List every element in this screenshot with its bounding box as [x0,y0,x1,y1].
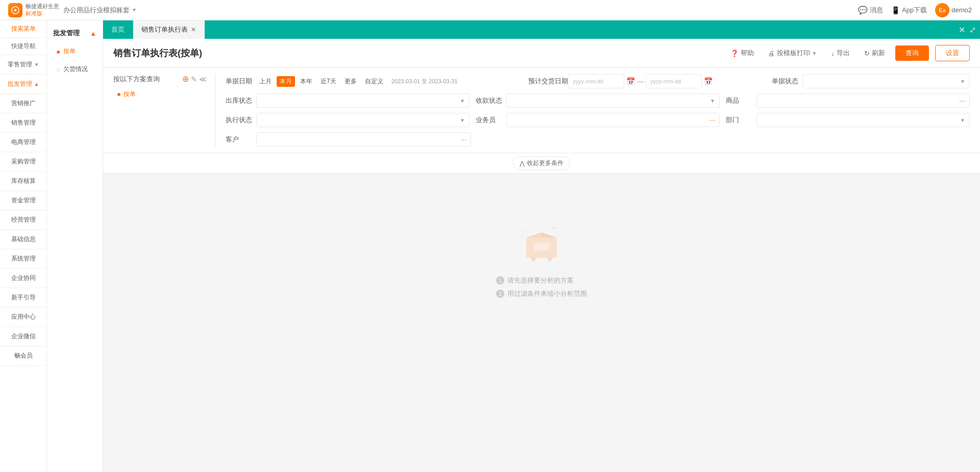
empty-tip-2: 2 用过滤条件来缩小分析范围 [496,289,587,298]
collect-label: 收款状态 [476,96,506,105]
customer-label: 客户 [226,135,256,144]
message-button[interactable]: 💬 消息 [858,6,883,15]
add-scheme-icon[interactable]: ⊕ [182,74,189,84]
expected-date-start[interactable]: yyyy-mm-dd [568,74,624,88]
export-button[interactable]: ↓ 导出 [827,46,854,60]
date-tag-thisyear[interactable]: 本年 [297,76,315,87]
sidebar-item-guide[interactable]: 新手引导 [0,288,46,308]
date-label: 单据日期 [226,77,256,86]
sidebar-item-wechat[interactable]: 企业微信 [0,327,46,346]
sidebar-label-system: 系统管理 [11,254,36,263]
outbound-select[interactable]: ▼ [256,93,470,108]
tab-close-all-icon[interactable]: ✕ [959,25,965,35]
quick-nav-item[interactable]: 快捷导航 [0,38,46,55]
sidebar-label-inventory: 库存核算 [11,177,36,185]
user-profile[interactable]: Ea demo2 [935,3,972,17]
header-right: 💬 消息 📱 App下载 Ea demo2 [858,3,972,17]
sub-sidebar-item-shortage[interactable]: ○ 欠货情况 [50,61,100,78]
message-icon: 💬 [858,6,868,15]
date-tag-7days[interactable]: 近7天 [317,76,339,87]
help-button[interactable]: ❓ 帮助 [726,46,758,60]
sidebar-item-apps[interactable]: 应用中心 [0,308,46,327]
filter-row-4: 客户 ··· [226,132,970,147]
sidebar-item-inventory[interactable]: 库存核算 [0,172,46,191]
main-layout: 搜索菜单 快捷导航 零售管理 ▼ 批发管理 ▲ 营销推广 销售管理 电商管理 采… [0,20,980,472]
dept-select[interactable]: ▼ [756,113,970,127]
sidebar-item-collab[interactable]: 企业协同 [0,269,46,288]
sidebar-item-wholesale[interactable]: 批发管理 ▲ [0,75,46,94]
customer-dots-icon[interactable]: ··· [460,135,467,144]
filter-group-expected-date: 预计交货日期 yyyy-mm-dd 📅 — yyyy-mm-dd [528,74,766,88]
collapse-icon[interactable]: ▲ [90,30,96,37]
date-tag-lastmonth[interactable]: 上月 [256,76,275,87]
goods-dots-icon[interactable]: ··· [959,97,965,105]
sidebar-label-guide: 新手引导 [11,293,36,302]
salesperson-dots-icon[interactable]: ··· [709,116,715,124]
collect-select[interactable]: ▼ [506,93,720,108]
chevron-down-icon: ▼ [132,7,137,13]
sidebar-label-wholesale: 批发管理 [8,80,32,88]
date-tag-thismonth[interactable]: 本月 [277,76,295,87]
tab-expand-icon[interactable]: ⤢ [969,25,976,35]
print-button[interactable]: 🖨 按模板打印 ▼ [764,46,821,60]
date-tag-custom[interactable]: 自定义 [362,76,386,87]
collapse-scheme-icon[interactable]: ≪ [199,75,207,83]
outbound-label: 出库状态 [226,96,256,105]
salesperson-input[interactable]: ··· [506,113,720,127]
customer-input[interactable]: ··· [256,132,471,147]
empty-state: ✦ ✦ ✦ 1 请先选择要分析的方案 2 用过滤条件来 [103,174,980,339]
download-icon: 📱 [891,6,900,14]
svg-text:✦: ✦ [524,229,527,233]
doc-status-select[interactable]: ▼ [802,74,970,88]
tab-home[interactable]: 首页 [103,20,133,39]
goods-input[interactable]: ··· [756,93,970,108]
date-tag-more[interactable]: 更多 [341,76,360,87]
filter-group-salesperson: 业务员 ··· [476,113,720,127]
sidebar-item-purchase[interactable]: 采购管理 [0,152,46,172]
chevron-icon: ▼ [34,62,39,67]
sidebar-item-basic[interactable]: 基础信息 [0,230,46,249]
sidebar-item-member[interactable]: 畅会员 [0,346,46,366]
expected-date-label: 预计交货日期 [528,77,568,86]
edit-scheme-icon[interactable]: ✎ [191,75,197,83]
scheme-item-order[interactable]: 按单 [113,88,207,101]
expected-date-end[interactable]: yyyy-mm-dd [646,74,702,88]
svg-rect-2 [534,243,549,250]
refresh-icon: ↻ [864,50,870,57]
sidebar-item-finance[interactable]: 资金管理 [0,191,46,210]
filter-group-doc-status: 单据状态 ▼ [772,74,970,88]
tab-sales-order[interactable]: 销售订单执行表 ✕ [133,20,205,39]
tab-close-icon[interactable]: ✕ [191,26,196,33]
filter-group-goods: 商品 ··· [726,93,970,108]
sidebar-item-marketing[interactable]: 营销推广 [0,94,46,113]
sub-sidebar-item-order[interactable]: ● 按单 [50,43,100,60]
doc-status-chevron: ▼ [960,79,965,84]
collapse-button[interactable]: ⋀ 收起更多条件 [513,156,570,170]
app-download-button[interactable]: 📱 App下载 [891,6,927,15]
sidebar-item-ecommerce[interactable]: 电商管理 [0,133,46,152]
logo-text: 畅捷通好生意 标准版 [26,3,59,16]
dept-label: 部门 [726,115,756,125]
query-button[interactable]: 查询 [895,45,929,61]
sidebar-item-system[interactable]: 系统管理 [0,249,46,269]
salesperson-label: 业务员 [476,115,506,125]
sidebar-item-operation[interactable]: 经营管理 [0,210,46,230]
exec-select[interactable]: ▼ [256,113,470,127]
page-header-actions: ❓ 帮助 🖨 按模板打印 ▼ ↓ 导出 ↻ 刷新 [726,45,970,61]
tab-bar-actions: ✕ ⤢ [959,25,980,35]
doc-status-label: 单据状态 [772,77,802,86]
sidebar-label-finance: 资金管理 [11,196,36,205]
sidebar-item-retail[interactable]: 零售管理 ▼ [0,55,46,75]
refresh-button[interactable]: ↻ 刷新 [860,46,889,60]
sidebar-label-sales: 销售管理 [11,119,36,127]
settings-button[interactable]: 设置 [935,45,970,61]
export-icon: ↓ [831,50,835,57]
outbound-chevron: ▼ [460,98,465,104]
order-circle-icon: ● [56,48,60,56]
svg-rect-7 [548,257,552,261]
industry-selector[interactable]: 办公用品行业模拟账套 ▼ [63,6,137,15]
sidebar-label-ecommerce: 电商管理 [11,138,36,147]
sidebar-item-sales[interactable]: 销售管理 [0,113,46,133]
search-menu-item[interactable]: 搜索菜单 [0,20,46,38]
sub-sidebar-header: 批发管理 ▲ [47,25,103,42]
